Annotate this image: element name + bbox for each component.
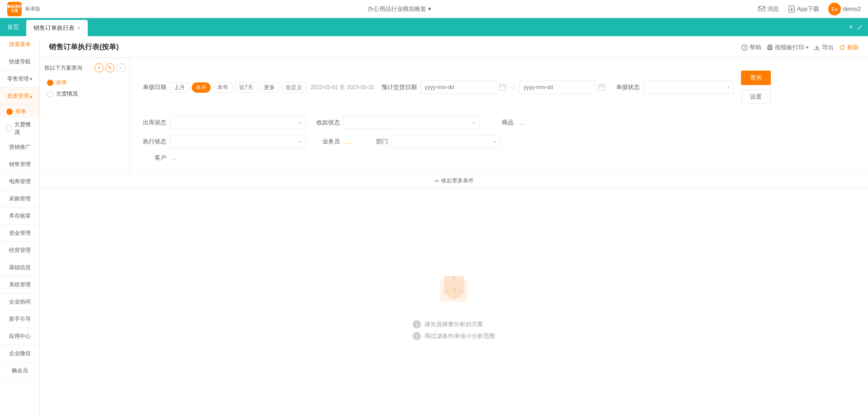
app-download-btn[interactable]: App下载 bbox=[788, 5, 819, 13]
help-btn[interactable]: ? 帮助 bbox=[741, 43, 761, 52]
date-label: 单据日期 bbox=[139, 83, 166, 91]
empty-illustration: ? bbox=[431, 266, 476, 311]
sidebar-sub-order[interactable]: 按单 bbox=[0, 105, 39, 118]
expected-date-end[interactable] bbox=[519, 81, 595, 94]
goods-select-btn[interactable]: … bbox=[517, 119, 527, 126]
sidebar-item-marketing[interactable]: 营销推广 bbox=[0, 139, 39, 156]
calendar-icon-start[interactable] bbox=[499, 84, 506, 91]
expected-date-start[interactable] bbox=[420, 81, 496, 94]
expected-date-label: 预计交货日期 bbox=[382, 83, 417, 91]
collapse-scheme-btn[interactable]: « bbox=[116, 63, 125, 72]
tab-close-btn[interactable]: × bbox=[77, 25, 80, 31]
customer-label: 客户 bbox=[139, 154, 166, 162]
date-btn-more[interactable]: 更多 bbox=[260, 82, 279, 93]
sidebar-item-ecommerce[interactable]: 电商管理 bbox=[0, 173, 39, 190]
filter-group-delivery: 出库状态 ▾ bbox=[139, 116, 306, 129]
salesman-select-btn[interactable]: … bbox=[344, 138, 354, 145]
sidebar-item-retail[interactable]: 零售管理 ▾ bbox=[0, 71, 39, 88]
app-title[interactable]: 办公用品行业模拟账套 ▾ bbox=[368, 5, 431, 13]
svg-rect-6 bbox=[769, 45, 771, 47]
refresh-btn[interactable]: 刷新 bbox=[839, 43, 859, 52]
sidebar-nav[interactable]: 快捷导航 bbox=[0, 53, 39, 71]
print-btn[interactable]: 按模板打印 ▾ bbox=[767, 43, 808, 52]
search-btn[interactable]: 查询 bbox=[741, 71, 771, 85]
empty-tip-1: 1 请先选择要分析的方案 bbox=[413, 320, 495, 328]
filter-group-salesman: 业务员 … bbox=[313, 138, 354, 146]
sidebar-item-apps[interactable]: 应用中心 bbox=[0, 328, 39, 345]
exec-select[interactable]: ▾ bbox=[170, 135, 306, 148]
sidebar-item-inventory[interactable]: 库存核算 bbox=[0, 208, 39, 225]
filter-right: 单据日期 上月 本月 本年 近7天 更多 自定义 2023-03-01 至 20… bbox=[130, 58, 868, 174]
sidebar-item-wechat[interactable]: 企业微信 bbox=[0, 345, 39, 362]
filter-group-payment: 收款状态 ▾ bbox=[313, 116, 479, 129]
export-btn[interactable]: 导出 bbox=[814, 43, 834, 52]
tab-home[interactable]: 首页 bbox=[0, 18, 26, 36]
svg-text:?: ? bbox=[453, 288, 456, 294]
sidebar-item-member[interactable]: 畅会员 bbox=[0, 362, 39, 380]
status-select[interactable]: ▾ bbox=[643, 81, 734, 94]
message-btn[interactable]: 消息 bbox=[758, 5, 779, 13]
calendar-icon-end[interactable] bbox=[598, 84, 605, 91]
svg-text:?: ? bbox=[743, 46, 745, 50]
exec-label: 执行状态 bbox=[139, 138, 166, 146]
payment-label: 收款状态 bbox=[313, 119, 340, 127]
collapse-section: 收起更多条件 bbox=[40, 174, 868, 187]
dept-label: 部门 bbox=[361, 138, 388, 146]
inactive-dot bbox=[6, 125, 12, 132]
maximize-btn[interactable]: ⤢ bbox=[857, 23, 863, 32]
date-btn-this-year[interactable]: 本年 bbox=[213, 82, 232, 93]
empty-state: ? 1 请先选择要分析的方案 2 用过滤条件来缩小分析范围 bbox=[40, 188, 868, 418]
sidebar-item-purchase[interactable]: 采购管理 bbox=[0, 190, 39, 208]
empty-tips: 1 请先选择要分析的方案 2 用过滤条件来缩小分析范围 bbox=[413, 320, 495, 340]
filter-left: 按以下方案查询 + ✎ « 按单 欠货情况 bbox=[40, 58, 130, 174]
scheme-arrear[interactable]: 欠货情况 bbox=[44, 88, 125, 100]
filter-group-goods: 商品 … bbox=[486, 119, 527, 127]
sidebar-item-newbie[interactable]: 新手引导 bbox=[0, 311, 39, 328]
goods-label: 商品 bbox=[486, 119, 514, 127]
sidebar-item-system[interactable]: 系统管理 bbox=[0, 276, 39, 294]
close-window-btn[interactable]: × bbox=[849, 23, 853, 31]
filter-group-status: 单据状态 ▾ bbox=[613, 81, 734, 94]
add-scheme-btn[interactable]: + bbox=[94, 63, 104, 72]
page-title: 销售订单执行表(按单) bbox=[49, 43, 119, 57]
print-icon bbox=[767, 44, 773, 51]
payment-select[interactable]: ▾ bbox=[344, 116, 479, 129]
filter-group-date: 单据日期 上月 本月 本年 近7天 更多 自定义 2023-03-01 至 20… bbox=[139, 82, 374, 93]
sidebar-search[interactable]: 搜索菜单 bbox=[0, 36, 39, 53]
settings-btn[interactable]: 设置 bbox=[741, 90, 771, 104]
sidebar-item-operation[interactable]: 经营管理 bbox=[0, 242, 39, 259]
date-btn-this-month[interactable]: 本月 bbox=[192, 82, 211, 93]
sidebar-item-corp[interactable]: 企业协同 bbox=[0, 294, 39, 311]
delivery-select[interactable]: ▾ bbox=[170, 116, 306, 129]
sidebar-item-wholesale[interactable]: 批发管理 ▴ bbox=[0, 88, 39, 105]
date-btn-custom[interactable]: 自定义 bbox=[282, 82, 306, 93]
svg-rect-7 bbox=[769, 48, 771, 50]
svg-rect-13 bbox=[599, 85, 605, 90]
customer-select-btn[interactable]: … bbox=[170, 154, 180, 162]
sidebar-item-finance[interactable]: 资金管理 bbox=[0, 225, 39, 242]
delivery-label: 出库状态 bbox=[139, 119, 166, 127]
dept-select[interactable]: ▾ bbox=[392, 135, 500, 148]
page-actions: ? 帮助 按模板打印 ▾ 导出 刷新 bbox=[741, 43, 859, 57]
edit-scheme-btn[interactable]: ✎ bbox=[105, 63, 114, 72]
content-area: 销售订单执行表(按单) ? 帮助 按模板打印 ▾ 导出 刷新 bbox=[40, 36, 868, 418]
empty-tip-2: 2 用过滤条件来缩小分析范围 bbox=[413, 332, 495, 340]
sidebar-item-sales[interactable]: 销售管理 bbox=[0, 156, 39, 173]
collapse-btn[interactable]: 收起更多条件 bbox=[434, 177, 474, 185]
scheme-order[interactable]: 按单 bbox=[44, 77, 125, 88]
filter-panel: 按以下方案查询 + ✎ « 按单 欠货情况 bbox=[40, 58, 868, 174]
svg-rect-9 bbox=[500, 85, 506, 90]
date-btn-last7[interactable]: 近7天 bbox=[235, 82, 257, 93]
date-range-display: 2023-03-01 至 2023-03-31 bbox=[311, 84, 374, 91]
tip-num-1: 1 bbox=[413, 320, 421, 328]
top-bar-left: 畅捷通好生意 标准版 bbox=[7, 2, 40, 16]
date-options: 上月 本月 本年 近7天 更多 自定义 2023-03-01 至 2023-03… bbox=[170, 82, 374, 93]
app-name: 标准版 bbox=[25, 6, 40, 12]
filter-row-3: 执行状态 ▾ 业务员 … 部门 ▾ bbox=[139, 135, 859, 148]
page-header: 销售订单执行表(按单) ? 帮助 按模板打印 ▾ 导出 刷新 bbox=[40, 36, 868, 58]
sidebar-sub-arrear[interactable]: 欠货情况 bbox=[0, 118, 39, 139]
user-menu[interactable]: Ea demo2 bbox=[828, 3, 861, 15]
sidebar-item-basic[interactable]: 基础信息 bbox=[0, 259, 39, 276]
tab-sales-order[interactable]: 销售订单执行表 × bbox=[26, 20, 88, 36]
date-btn-last-month[interactable]: 上月 bbox=[170, 82, 189, 93]
